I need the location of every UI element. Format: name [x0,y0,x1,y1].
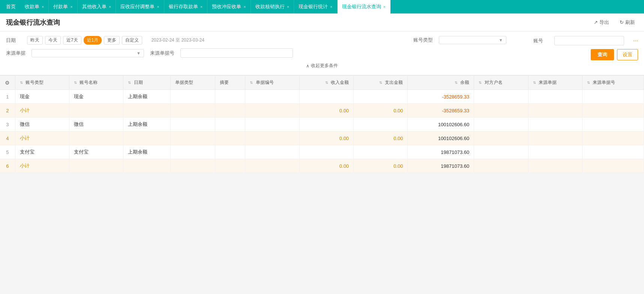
cell-account-name [69,104,123,118]
sort-arrows-icon: ⇅ [74,81,77,85]
cell-counterpart-name [474,131,528,145]
date-btn-more[interactable]: 更多 [104,36,120,45]
close-icon[interactable]: × [42,4,44,9]
cell-date: 上期余额 [123,145,171,159]
refresh-button[interactable]: ↻ 刷新 [617,18,638,27]
cell-doc-number [245,159,299,173]
th-source-doc-number[interactable]: ⇅ 来源单据号 [582,76,644,90]
close-icon[interactable]: × [70,4,72,9]
header-actions: ↗ 导出 ↻ 刷新 [591,18,638,27]
th-doc-type[interactable]: 单据类型 [171,76,215,90]
cell-expense-amount [354,118,408,131]
cell-source-doc-number [582,159,644,173]
th-expense-amount[interactable]: ⇅ 支出金额 [354,76,408,90]
source-doc-number-input[interactable] [180,48,293,58]
th-summary[interactable]: 摘要 [215,76,245,90]
close-icon[interactable]: × [109,4,111,9]
th-gear[interactable]: ⚙ [0,76,15,90]
cell-date: 上期余额 [123,90,171,104]
close-icon[interactable]: × [200,4,203,9]
th-account-type[interactable]: ⇅ 账号类型 [15,76,69,90]
settings-button[interactable]: 设置 [617,49,638,60]
cell-counterpart-name [474,104,528,118]
cell-doc-type [171,145,215,159]
cell-doc-type [171,118,215,131]
cell-index: 2 [0,104,15,118]
export-icon: ↗ [594,19,598,25]
cell-income-amount [299,90,353,104]
date-btn-custom[interactable]: 自定义 [122,36,142,45]
th-income-amount[interactable]: ⇅ 收入金额 [299,76,353,90]
nav-tab-xjyhtj[interactable]: 现金银行统计 × [294,0,337,13]
collapse-button[interactable]: ∧ 收起更多条件 [306,63,338,69]
page-header: 现金银行流水查询 ↗ 导出 ↻ 刷新 [0,13,644,31]
th-counterpart-name[interactable]: ⇅ 对方户名 [474,76,528,90]
nav-tab-yscys[interactable]: 预收冲应收单 × [207,0,251,13]
nav-tab-ysyftz[interactable]: 应收应付调整单 × [116,0,164,13]
date-btn-yesterday[interactable]: 昨天 [27,36,43,45]
cell-expense-amount: 0.00 [354,131,408,145]
th-account-name[interactable]: ⇅ 账号名称 [69,76,123,90]
cell-expense-amount: 0.00 [354,104,408,118]
close-icon[interactable]: × [383,4,386,9]
nav-tab-xjyhls[interactable]: 现金银行流水查询 × [338,0,390,13]
gear-icon[interactable]: ⚙ [5,80,10,86]
nav-tab-khxs[interactable]: 收款核销执行 × [251,0,294,13]
close-icon[interactable]: × [330,4,332,9]
nav-tab-shoukuan[interactable]: 收款单 × [20,0,49,13]
sort-arrows-icon: ⇅ [455,81,458,85]
cell-income-amount: 0.00 [299,131,353,145]
cell-account-name [69,159,123,173]
cell-date [123,104,171,118]
account-label: 账号 [533,37,548,44]
th-date[interactable]: ⇅ 日期 [123,76,171,90]
close-icon[interactable]: × [243,4,246,9]
th-source-doc[interactable]: ⇅ 来源单据 [528,76,582,90]
cell-doc-type [171,159,215,173]
th-balance[interactable]: ⇅ 余额 [408,76,474,90]
cell-date [123,159,171,173]
date-btn-1month[interactable]: 近1月 [84,36,102,45]
date-btn-7days[interactable]: 近7天 [63,36,81,45]
th-doc-number[interactable]: ⇅ 单据编号 [245,76,299,90]
account-more-button[interactable]: ··· [633,37,638,44]
nav-tab-yhcqk[interactable]: 银行存取款单 × [164,0,207,13]
nav-tab-fukuan[interactable]: 付款单 × [49,0,77,13]
cell-balance: 100102606.60 [408,118,474,131]
sort-arrows-icon: ⇅ [533,81,536,85]
table-row[interactable]: 1 现金 现金 上期余额 -3528659.33 [0,90,644,104]
nav-tab-qtsr[interactable]: 其他收入单 × [78,0,116,13]
account-type-select[interactable]: ▼ [439,36,506,44]
export-button[interactable]: ↗ 导出 [591,18,612,27]
cell-index: 1 [0,90,15,104]
cell-balance: -3528659.33 [408,90,474,104]
account-input[interactable] [554,36,624,45]
cell-account-type: 小计 [15,131,69,145]
chevron-down-icon: ▼ [499,38,503,42]
table-row[interactable]: 4 小计 0.00 0.00 100102606.60 [0,131,644,145]
close-icon[interactable]: × [157,4,159,9]
source-doc-select[interactable]: ▼ [32,49,144,57]
table-row[interactable]: 6 小计 0.00 0.00 19871073.60 [0,159,644,173]
nav-home[interactable]: 首页 [2,0,20,13]
page-title: 现金银行流水查询 [6,18,60,27]
sort-arrows-icon: ⇅ [479,81,482,85]
cell-account-type: 支付宝 [15,145,69,159]
cell-summary [215,90,245,104]
cell-account-name [69,131,123,145]
table-row[interactable]: 2 小计 0.00 0.00 -3528659.33 [0,104,644,118]
sort-arrows-icon: ⇅ [325,81,328,85]
cell-source-doc [528,90,582,104]
table-row[interactable]: 5 支付宝 支付宝 上期余额 19871073.60 [0,145,644,159]
table-row[interactable]: 3 微信 微信 上期余额 100102606.60 [0,118,644,131]
source-filter-row: 来源单据 ▼ 来源单据号 [6,48,406,58]
cell-source-doc-number [582,104,644,118]
close-icon[interactable]: × [287,4,289,9]
cell-account-type: 小计 [15,104,69,118]
cell-doc-number [245,145,299,159]
query-button[interactable]: 查询 [591,49,614,60]
cell-counterpart-name [474,118,528,131]
account-type-label: 账号类型 [413,37,433,43]
date-btn-today[interactable]: 今天 [45,36,61,45]
refresh-icon: ↻ [620,19,624,25]
